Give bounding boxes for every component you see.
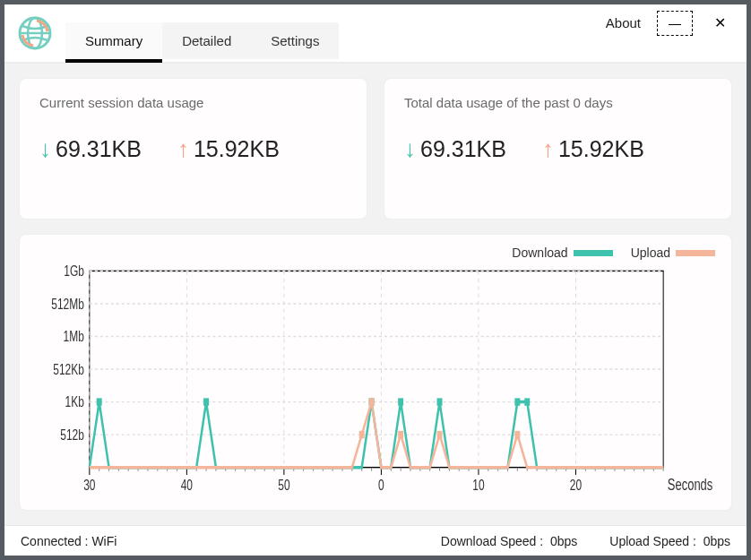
session-upload-stat: ↑ 15.92KB: [177, 135, 280, 163]
connection-status: Connected : WiFi: [21, 534, 117, 548]
svg-text:1Mb: 1Mb: [64, 328, 84, 344]
tab-detailed[interactable]: Detailed: [162, 22, 251, 59]
upload-arrow-icon: ↑: [542, 135, 554, 163]
legend-upload-label: Upload: [631, 246, 670, 260]
chart-legend: Download Upload: [36, 246, 715, 260]
legend-upload: Upload: [631, 246, 715, 260]
about-button[interactable]: About: [599, 10, 648, 36]
svg-rect-90: [203, 398, 209, 405]
svg-rect-95: [524, 398, 530, 405]
session-card-title: Current session data usage: [39, 95, 347, 110]
download-arrow-icon: ↓: [404, 135, 416, 163]
svg-rect-99: [437, 431, 443, 438]
speed-chart: 512b1Kb512Kb1Mb512Mb1Gb30405001020Second…: [36, 263, 715, 503]
close-icon: ✕: [714, 14, 726, 31]
total-upload-value: 15.92KB: [558, 136, 644, 162]
svg-text:30: 30: [83, 477, 95, 493]
window-controls: About — ✕: [599, 10, 738, 36]
svg-rect-97: [369, 398, 375, 405]
app-window: Summary Detailed Settings About — ✕ Curr…: [4, 4, 747, 556]
total-stats: ↓ 69.31KB ↑ 15.92KB: [404, 135, 712, 163]
titlebar: Summary Detailed Settings About — ✕: [4, 4, 747, 64]
download-speed-label: Download Speed :: [441, 534, 543, 548]
download-arrow-icon: ↓: [39, 135, 51, 163]
svg-rect-96: [359, 431, 365, 438]
svg-text:512Mb: 512Mb: [51, 296, 84, 312]
total-upload-stat: ↑ 15.92KB: [542, 135, 644, 163]
legend-download-label: Download: [512, 246, 567, 260]
total-download-value: 69.31KB: [420, 136, 506, 162]
svg-text:512b: 512b: [60, 426, 84, 443]
download-speed: Download Speed : 0bps: [441, 534, 578, 548]
total-card-title: Total data usage of the past 0 days: [404, 95, 712, 110]
close-button[interactable]: ✕: [702, 11, 738, 36]
svg-text:1Gb: 1Gb: [64, 263, 84, 280]
svg-rect-98: [398, 431, 403, 438]
upload-speed-label: Upload Speed :: [609, 534, 696, 548]
total-usage-card: Total data usage of the past 0 days ↓ 69…: [384, 78, 732, 220]
svg-rect-100: [514, 431, 520, 438]
svg-text:0: 0: [378, 477, 384, 493]
tab-settings[interactable]: Settings: [251, 22, 339, 59]
svg-text:1Kb: 1Kb: [65, 393, 84, 409]
globe-logo-icon: [17, 15, 53, 51]
svg-text:20: 20: [570, 477, 582, 493]
speed-chart-card: Download Upload 512b1Kb512Kb1Mb512Mb1Gb3…: [19, 234, 732, 511]
session-download-value: 69.31KB: [56, 136, 142, 162]
svg-text:10: 10: [472, 477, 484, 493]
svg-rect-89: [97, 398, 102, 405]
svg-rect-92: [398, 398, 403, 405]
content-area: Current session data usage ↓ 69.31KB ↑ 1…: [4, 64, 747, 525]
session-upload-value: 15.92KB: [194, 136, 280, 162]
svg-text:Seconds: Seconds: [668, 476, 712, 494]
upload-speed: Upload Speed : 0bps: [609, 534, 730, 548]
upload-swatch-icon: [676, 250, 715, 256]
tab-bar: Summary Detailed Settings: [65, 22, 339, 59]
upload-arrow-icon: ↑: [177, 135, 189, 163]
download-speed-value: 0bps: [550, 534, 577, 548]
session-stats: ↓ 69.31KB ↑ 15.92KB: [39, 135, 347, 163]
session-download-stat: ↓ 69.31KB: [39, 135, 142, 163]
minimize-button[interactable]: —: [657, 11, 693, 36]
total-download-stat: ↓ 69.31KB: [404, 135, 506, 163]
svg-rect-93: [437, 398, 443, 405]
upload-speed-value: 0bps: [704, 534, 730, 548]
svg-text:40: 40: [181, 477, 193, 493]
svg-text:512Kb: 512Kb: [53, 361, 84, 377]
download-swatch-icon: [574, 250, 613, 256]
svg-text:50: 50: [278, 477, 289, 493]
session-usage-card: Current session data usage ↓ 69.31KB ↑ 1…: [19, 78, 367, 220]
status-bar: Connected : WiFi Download Speed : 0bps U…: [4, 525, 747, 556]
summary-cards: Current session data usage ↓ 69.31KB ↑ 1…: [19, 78, 732, 220]
legend-download: Download: [512, 246, 612, 260]
tab-summary[interactable]: Summary: [65, 22, 162, 59]
svg-rect-94: [514, 398, 520, 405]
